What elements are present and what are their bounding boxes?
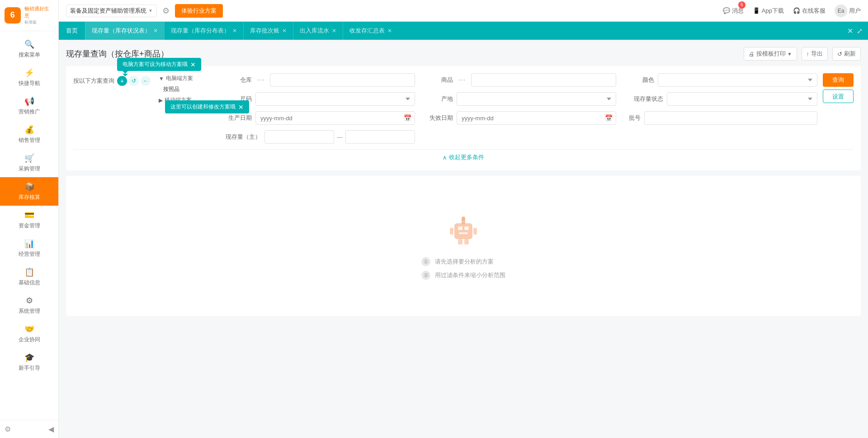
user-avatar: Ea bbox=[835, 5, 847, 17]
sidebar-label-sales: 销售管理 bbox=[19, 137, 40, 144]
collapse-bar[interactable]: ∧ 收起更多条件 bbox=[73, 149, 854, 163]
settings-gear-icon[interactable]: ⚙ bbox=[162, 6, 170, 16]
sidebar-item-quicknav[interactable]: ⚡ 快捷导航 bbox=[0, 63, 58, 92]
expiry-date-label: 失效日期 bbox=[426, 114, 453, 122]
user-action[interactable]: Ea 用户 bbox=[835, 5, 861, 17]
tab-bar-actions: ✕ ⤢ bbox=[842, 27, 868, 35]
warehouse-more-icon[interactable]: ··· bbox=[255, 76, 266, 84]
sidebar-item-purchase[interactable]: 🛒 采购管理 bbox=[0, 149, 58, 177]
size-select[interactable] bbox=[255, 92, 415, 106]
headset-icon: 🎧 bbox=[793, 7, 800, 14]
industry-button[interactable]: 体验行业方案 bbox=[175, 4, 223, 18]
empty-step-2: ② 用过滤条件来缩小分析范围 bbox=[421, 271, 505, 280]
app-download-action[interactable]: 📱 App下载 bbox=[753, 7, 784, 15]
sidebar-item-sales[interactable]: 💰 销售管理 bbox=[0, 120, 58, 149]
sidebar-item-enterprise[interactable]: 🤝 企业协同 bbox=[0, 320, 58, 348]
tab-inventory-status-label: 现存量（库存状况表） bbox=[92, 27, 151, 35]
export-button[interactable]: ↑ 导出 bbox=[802, 47, 828, 61]
svg-rect-8 bbox=[458, 239, 462, 245]
filter-action-buttons: 查询 设置 bbox=[823, 73, 854, 103]
refresh-scheme-button[interactable]: ↺ bbox=[129, 76, 139, 86]
sidebar-item-basic[interactable]: 📋 基础信息 bbox=[0, 263, 58, 291]
calendar-prod-icon[interactable]: 📅 bbox=[404, 114, 411, 122]
range-separator: — bbox=[337, 134, 343, 141]
newbie-icon: 🎓 bbox=[24, 353, 34, 363]
sidebar-item-inventory[interactable]: 📦 库存核算 bbox=[0, 177, 58, 206]
expiry-date-input[interactable] bbox=[457, 111, 616, 125]
warehouse-input[interactable] bbox=[270, 73, 415, 87]
sidebar-label-basic: 基础信息 bbox=[19, 279, 40, 287]
svg-point-5 bbox=[462, 217, 465, 220]
add-scheme-button[interactable]: + bbox=[117, 76, 127, 86]
system-name-text: 装备及固定资产辅助管理系统 bbox=[70, 7, 146, 15]
step-num-1: ① bbox=[421, 257, 430, 266]
stock-main-from-input[interactable] bbox=[264, 130, 334, 144]
add-tooltip: 电脑方案可设为移动方案哦 ✕ bbox=[117, 58, 201, 71]
system-selector[interactable]: 装备及固定资产辅助管理系统 ▼ bbox=[66, 5, 157, 17]
message-action[interactable]: 💬 消息 6 bbox=[723, 7, 744, 15]
sidebar-label-newbie: 新手引导 bbox=[19, 364, 40, 372]
content-area: 现存量查询（按仓库+商品） 🖨 按模板打印 ▼ ↑ 导出 ↺ 刷新 bbox=[59, 40, 868, 438]
filter-item-batch-no: 批号 bbox=[627, 111, 817, 125]
filter-row-1: 按以下方案查询 + ↺ ← 电脑方案可设为移动方案哦 ✕ bbox=[73, 73, 854, 144]
color-label: 颜色 bbox=[627, 76, 654, 84]
tab-inout-flow[interactable]: 出入库流水 ✕ bbox=[293, 22, 343, 40]
tooltip-edit-close[interactable]: ✕ bbox=[238, 104, 244, 111]
tab-close-inventory-status[interactable]: ✕ bbox=[153, 28, 158, 34]
filter-item-size: 尺码 bbox=[225, 92, 415, 106]
tab-close-receive-send[interactable]: ✕ bbox=[387, 28, 392, 34]
scheme-list: ▼ 电脑端方案 按照品 ▶ 移动端方案 这里可以创建 bbox=[156, 73, 219, 105]
sidebar-item-finance[interactable]: 💳 资金管理 bbox=[0, 206, 58, 234]
sidebar-label-purchase: 采购管理 bbox=[19, 165, 40, 173]
filter-item-origin: 产地 bbox=[426, 92, 616, 106]
filter-settings-button[interactable]: 设置 bbox=[823, 89, 854, 103]
goods-more-icon[interactable]: ··· bbox=[457, 76, 467, 84]
online-support-action[interactable]: 🎧 在线客服 bbox=[793, 7, 826, 15]
tab-inventory-dist[interactable]: 现存量（库存分布表） ✕ bbox=[164, 22, 243, 40]
collapse-sidebar-icon[interactable]: ◀ bbox=[48, 425, 54, 433]
prod-date-input[interactable] bbox=[255, 111, 415, 125]
sidebar-item-newbie[interactable]: 🎓 新手引导 bbox=[0, 348, 58, 377]
tab-close-all-icon[interactable]: ✕ bbox=[847, 27, 853, 35]
batch-no-input[interactable] bbox=[644, 111, 817, 125]
goods-input[interactable] bbox=[471, 73, 616, 87]
tab-batch-account-label: 库存批次账 bbox=[250, 27, 279, 35]
settings-footer-icon[interactable]: ⚙ bbox=[5, 425, 11, 433]
origin-select[interactable] bbox=[457, 92, 616, 106]
tab-close-batch-account[interactable]: ✕ bbox=[282, 28, 287, 34]
sidebar-item-marketing[interactable]: 📢 营销推广 bbox=[0, 92, 58, 120]
filter-label: 按以下方案查询 + ↺ ← 电脑方案可设为移动方案哦 ✕ bbox=[73, 73, 151, 86]
header-left: 装备及固定资产辅助管理系统 ▼ ⚙ 体验行业方案 bbox=[66, 4, 223, 18]
message-icon: 💬 bbox=[723, 7, 730, 14]
svg-rect-6 bbox=[450, 228, 453, 235]
filter-item-stock-status: 现存量状态 bbox=[627, 92, 817, 106]
calendar-expiry-icon[interactable]: 📅 bbox=[605, 114, 613, 122]
sidebar-item-operations[interactable]: 📊 经营管理 bbox=[0, 234, 58, 263]
tab-close-inout-flow[interactable]: ✕ bbox=[332, 28, 336, 34]
stock-status-select[interactable] bbox=[667, 92, 817, 106]
sidebar: 6 畅销通好生意 标准版 🔍 搜索菜单 ⚡ 快捷导航 📢 营销推广 bbox=[0, 0, 59, 438]
tab-inventory-status[interactable]: 现存量（库存状况表） ✕ bbox=[85, 22, 164, 40]
tab-home[interactable]: 首页 bbox=[59, 22, 85, 40]
step-2-text: 用过滤条件来缩小分析范围 bbox=[435, 271, 505, 279]
desktop-scheme-toggle[interactable]: ▼ 电脑端方案 bbox=[156, 73, 219, 84]
tab-expand-icon[interactable]: ⤢ bbox=[857, 27, 863, 35]
filter-item-stock-main: 现存量（主） — bbox=[225, 130, 415, 144]
query-button[interactable]: 查询 bbox=[823, 73, 854, 87]
color-select[interactable] bbox=[658, 73, 817, 87]
tab-batch-account[interactable]: 库存批次账 ✕ bbox=[243, 22, 293, 40]
refresh-button[interactable]: ↺ 刷新 bbox=[832, 47, 861, 61]
support-label: 在线客服 bbox=[802, 7, 826, 15]
tooltip-add-close[interactable]: ✕ bbox=[190, 61, 196, 68]
template-print-button[interactable]: 🖨 按模板打印 ▼ bbox=[744, 47, 797, 61]
sidebar-item-search[interactable]: 🔍 搜索菜单 bbox=[0, 35, 58, 63]
back-scheme-button[interactable]: ← bbox=[141, 76, 151, 86]
tab-close-inventory-dist[interactable]: ✕ bbox=[232, 28, 237, 34]
search-icon: 🔍 bbox=[24, 39, 34, 49]
warehouse-label: 仓库 bbox=[225, 76, 252, 84]
stock-main-to-input[interactable] bbox=[345, 130, 415, 144]
logo-badge: 标准版 bbox=[24, 19, 54, 25]
sidebar-item-system[interactable]: ⚙ 系统管理 bbox=[0, 291, 58, 320]
desktop-scheme-item[interactable]: 按照品 bbox=[156, 85, 219, 93]
tab-receive-send[interactable]: 收发存汇总表 ✕ bbox=[343, 22, 398, 40]
